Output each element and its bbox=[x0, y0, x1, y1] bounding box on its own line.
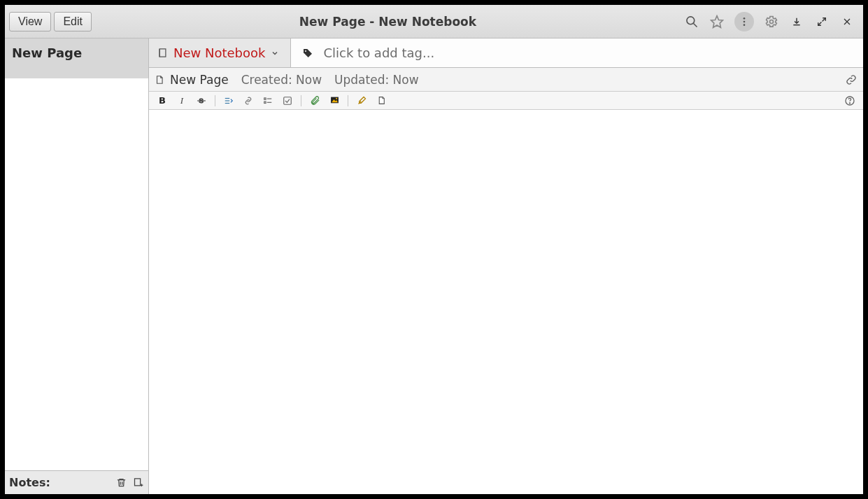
fullscreen-icon[interactable] bbox=[814, 14, 830, 29]
titlebar: View Edit New Page - New Notebook bbox=[5, 5, 863, 38]
svg-rect-30 bbox=[284, 97, 292, 104]
svg-marker-2 bbox=[711, 15, 723, 27]
svg-rect-26 bbox=[264, 97, 266, 99]
svg-rect-15 bbox=[134, 479, 140, 486]
close-icon[interactable] bbox=[839, 14, 855, 29]
clear-format-button[interactable] bbox=[353, 94, 371, 108]
bold-button[interactable]: B bbox=[153, 94, 171, 108]
svg-point-3 bbox=[744, 17, 746, 20]
trash-icon[interactable] bbox=[115, 477, 127, 489]
chevron-down-icon bbox=[271, 49, 279, 57]
svg-point-5 bbox=[744, 24, 746, 26]
workspace: New Page Notes: New Notebook bbox=[5, 38, 863, 494]
new-note-icon[interactable] bbox=[131, 477, 144, 489]
download-icon[interactable] bbox=[789, 14, 804, 29]
svg-point-0 bbox=[687, 16, 695, 24]
indent-button[interactable] bbox=[220, 94, 238, 108]
toolbar-separator bbox=[348, 95, 348, 106]
svg-point-20 bbox=[305, 50, 306, 52]
page-title-label: New Page bbox=[170, 73, 229, 87]
sidebar-page-item[interactable]: New Page bbox=[5, 38, 148, 78]
gear-icon[interactable] bbox=[764, 14, 779, 29]
tag-row: New Notebook Click to add tag... bbox=[149, 38, 863, 68]
sidebar-footer-label: Notes: bbox=[9, 476, 111, 489]
image-button[interactable] bbox=[325, 94, 343, 108]
toolbar-separator bbox=[215, 95, 215, 106]
format-toolbar: B I S bbox=[149, 92, 863, 110]
toolbar-separator bbox=[301, 95, 301, 106]
more-vertical-icon[interactable] bbox=[734, 12, 754, 31]
svg-point-6 bbox=[770, 20, 774, 23]
italic-button[interactable]: I bbox=[173, 94, 191, 108]
page-title-display[interactable]: New Page bbox=[155, 73, 229, 87]
tag-input-area[interactable]: Click to add tag... bbox=[291, 38, 863, 67]
notebook-icon bbox=[157, 47, 168, 59]
app-window: View Edit New Page - New Notebook bbox=[4, 4, 864, 495]
link-icon[interactable] bbox=[845, 73, 858, 86]
insert-link-button[interactable] bbox=[239, 94, 257, 108]
svg-point-33 bbox=[336, 98, 337, 99]
sidebar: New Page Notes: bbox=[5, 38, 149, 494]
page-icon bbox=[155, 74, 164, 85]
window-title: New Page - New Notebook bbox=[94, 15, 681, 29]
star-icon[interactable] bbox=[709, 14, 725, 29]
menu-view-button[interactable]: View bbox=[9, 12, 51, 31]
notebook-name: New Notebook bbox=[173, 45, 265, 60]
svg-point-35 bbox=[849, 102, 850, 103]
page-updated-label: Updated: Now bbox=[334, 73, 419, 87]
editor-body[interactable] bbox=[149, 110, 863, 494]
search-icon[interactable] bbox=[684, 14, 699, 29]
main-area: New Notebook Click to add tag... New Pag… bbox=[149, 38, 863, 494]
titlebar-actions bbox=[684, 12, 859, 31]
svg-line-1 bbox=[694, 23, 697, 27]
attachment-button[interactable] bbox=[306, 94, 324, 108]
sidebar-footer: Notes: bbox=[5, 470, 148, 494]
list-button[interactable] bbox=[259, 94, 277, 108]
svg-rect-28 bbox=[264, 101, 266, 103]
help-icon[interactable] bbox=[841, 94, 859, 108]
notebook-selector[interactable]: New Notebook bbox=[149, 38, 291, 67]
page-created-label: Created: Now bbox=[241, 73, 322, 87]
menu-edit-button[interactable]: Edit bbox=[54, 12, 92, 31]
tag-icon bbox=[302, 48, 313, 59]
sidebar-empty-area bbox=[5, 78, 148, 470]
svg-rect-18 bbox=[159, 49, 166, 57]
page-meta-row: New Page Created: Now Updated: Now bbox=[149, 68, 863, 92]
svg-point-4 bbox=[744, 20, 746, 22]
strikethrough-button[interactable]: S bbox=[192, 94, 211, 108]
tag-placeholder: Click to add tag... bbox=[323, 45, 434, 60]
template-button[interactable] bbox=[372, 94, 390, 108]
checkbox-button[interactable] bbox=[278, 94, 297, 108]
